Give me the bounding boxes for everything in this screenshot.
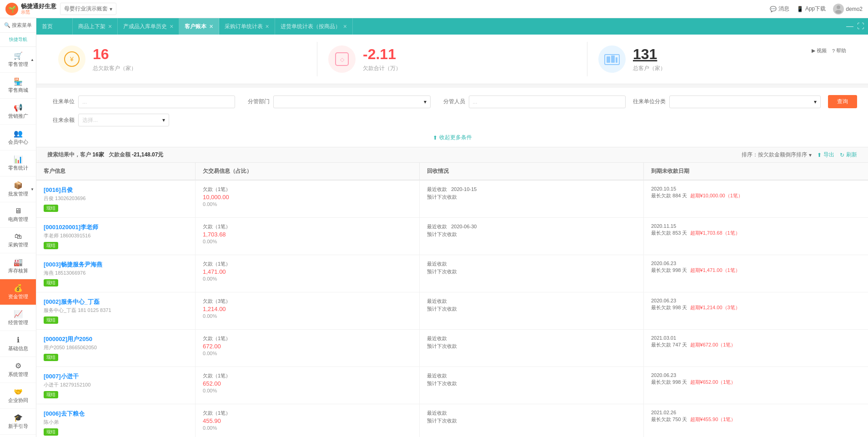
overdue-link-2[interactable]: 超期¥1,703.68（1笔） xyxy=(690,230,740,236)
customer-badge-3: 现结 xyxy=(44,279,58,286)
sort-select[interactable]: 排序：按欠款金额倒序排序 ▾ xyxy=(742,151,812,159)
stat-overdue-customers: ¥ 16 总欠款客户（家） xyxy=(47,42,317,76)
manager-dots: ... xyxy=(473,99,477,105)
source-unit-input[interactable]: ... xyxy=(78,95,235,108)
tab-purchase-order[interactable]: 采购订单统计表 × xyxy=(219,18,275,35)
refresh-icon: ↻ xyxy=(840,152,844,158)
tab-purchase-stat[interactable]: 进货单统计表（按商品） × xyxy=(275,18,353,35)
overdue-link-1[interactable]: 超期¥10,000.00（1笔） xyxy=(690,193,743,198)
tab-product-status[interactable]: 商品上下架 × xyxy=(73,18,118,35)
stat-card-actions: ▶ 视频 ? 帮助 xyxy=(812,45,846,54)
td-customer-3: [0003]畅捷服务尹海燕 海燕 18513066976 现结 xyxy=(36,255,196,292)
customer-name-2[interactable]: [0001020001]李老师 xyxy=(44,223,188,231)
message-btn[interactable]: 💬 消息 xyxy=(770,5,789,13)
overdue-amount-label: 欠款合计（万） xyxy=(363,65,576,72)
svg-text:¥: ¥ xyxy=(70,55,74,63)
sidebar-item-members[interactable]: 👥 会员中心 xyxy=(0,125,36,151)
search-menu[interactable]: 🔍 搜索菜单 xyxy=(0,18,36,33)
sidebar-item-retail-stats[interactable]: 📊 零售统计 xyxy=(0,151,36,176)
tab-customer-account[interactable]: 客户账本 × xyxy=(179,18,219,35)
filter-source-unit: 往来单位 ... xyxy=(47,95,235,108)
td-customer-1: [0016]吕俊 吕俊 13026203696 现结 xyxy=(36,181,196,217)
tab-close-purchase-order[interactable]: × xyxy=(266,23,269,30)
mall-icon: 🏪 xyxy=(2,77,34,86)
logo-icon: 🌱 xyxy=(5,3,18,15)
search-icon: 🔍 xyxy=(4,22,10,28)
overdue-link-5[interactable]: 超期¥672.00（1笔） xyxy=(690,342,736,347)
sidebar-item-app-center[interactable]: 📱 应用中心 xyxy=(0,435,36,437)
customer-contact-5: 用户2050 18665062050 xyxy=(44,344,188,351)
collapse-btn[interactable]: ⬆ 收起更多条件 xyxy=(47,132,857,143)
sidebar-item-marketing[interactable]: 📢 营销推广 xyxy=(0,99,36,125)
tab-close-product-history[interactable]: × xyxy=(170,23,173,30)
customer-name-6[interactable]: [0007]小迸干 xyxy=(44,372,188,381)
customer-name-4[interactable]: [0002]服务中心_丁磊 xyxy=(44,298,188,306)
business-icon: 📈 xyxy=(2,310,34,318)
overdue-link-3[interactable]: 超期¥1,471.00（1笔） xyxy=(690,267,740,273)
stat-icon-total xyxy=(598,45,626,73)
purchase-icon: 🛍 xyxy=(2,232,34,241)
table-row: [0007]小迸干 小迸干 18279152100 现结 欠款（1笔） 652.… xyxy=(36,367,868,404)
sidebar-item-ecommerce[interactable]: 🖥 电商管理 xyxy=(0,202,36,228)
sidebar-item-business[interactable]: 📈 经营管理 xyxy=(0,305,36,331)
customer-name-1[interactable]: [0016]吕俊 xyxy=(44,186,188,194)
tab-close-purchase-stat[interactable]: × xyxy=(343,23,347,30)
sidebar-nav: 🛒 零售管理 ▲ 🏪 零售商城 📢 营销推广 👥 会员中心 📊 零售统计 xyxy=(0,47,36,437)
logo-subtext: 示范 xyxy=(21,10,56,15)
dept-select[interactable]: ▾ xyxy=(273,95,430,108)
newbie-icon: 🎓 xyxy=(2,413,34,422)
unit-type-select[interactable]: ▾ xyxy=(669,95,821,108)
tab-home[interactable]: 首页 xyxy=(36,18,73,35)
stat-total-customers: 131 总客户（家） ▶ 视频 ? 帮助 xyxy=(587,42,857,76)
td-customer-5: [000002]用户2050 用户2050 18665062050 现结 xyxy=(36,330,196,367)
collapse-icon: ⬆ xyxy=(433,135,437,141)
tab-bar-actions: — ⛶ xyxy=(843,18,868,35)
refresh-btn[interactable]: ↻ 刷新 xyxy=(840,151,857,159)
stat-info-total: 131 总客户（家） xyxy=(633,46,804,72)
stat-info-amount: -2.11 欠款合计（万） xyxy=(363,46,576,72)
quick-nav[interactable]: 快捷导航 xyxy=(0,33,36,47)
sidebar-item-warehouse[interactable]: 🏭 库存核算 xyxy=(0,253,36,279)
sidebar-item-finance[interactable]: 💰 资金管理 xyxy=(0,279,36,305)
overdue-link-7[interactable]: 超期¥455.90（1笔） xyxy=(690,417,736,422)
unit-type-label: 往来单位分类 xyxy=(633,98,666,105)
customer-name-3[interactable]: [0003]畅捷服务尹海燕 xyxy=(44,261,188,269)
main-layout: 🔍 搜索菜单 快捷导航 🛒 零售管理 ▲ 🏪 零售商城 📢 营销推广 👥 会员中… xyxy=(0,18,868,437)
sidebar-item-basic-info[interactable]: ℹ 基础信息 xyxy=(0,331,36,357)
chevron-down-unit: ▾ xyxy=(814,99,817,105)
filter-row-2: 往来余额 选择... ▾ xyxy=(47,114,857,126)
sidebar-item-newbie[interactable]: 🎓 新手引导 xyxy=(0,409,36,435)
overdue-link-6[interactable]: 超期¥652.00（1笔） xyxy=(690,379,736,385)
tab-minimize-icon[interactable]: — xyxy=(846,22,853,30)
help-btn[interactable]: ? 帮助 xyxy=(832,47,846,54)
source-unit-label: 往来单位 xyxy=(47,98,75,105)
user-avatar[interactable]: demo2 xyxy=(833,4,863,15)
app-download-btn[interactable]: 📱 App下载 xyxy=(797,5,826,13)
video-btn[interactable]: ▶ 视频 xyxy=(812,47,827,54)
sidebar-item-system[interactable]: ⚙ 系统管理 xyxy=(0,357,36,383)
sidebar-item-batch-mgmt[interactable]: 📦 批发管理 ▼ xyxy=(0,176,36,202)
overdue-link-4[interactable]: 超期¥1,214.00（3笔） xyxy=(690,305,740,310)
sidebar-item-purchase[interactable]: 🛍 采购管理 xyxy=(0,228,36,253)
avatar xyxy=(833,4,844,15)
members-icon: 👥 xyxy=(2,129,34,138)
customer-name-5[interactable]: [000002]用户2050 xyxy=(44,335,188,343)
tab-close-product-status[interactable]: × xyxy=(108,23,112,30)
balance-label: 往来余额 xyxy=(47,116,75,124)
table-row: [0016]吕俊 吕俊 13026203696 现结 欠款（1笔） 10,000… xyxy=(36,181,868,218)
customer-name-7[interactable]: [0006]去下粮仓 xyxy=(44,410,188,418)
store-selector[interactable]: 母婴行业演示账套 ▾ xyxy=(60,3,116,15)
search-button[interactable]: 查询 xyxy=(828,95,857,108)
sidebar-item-retail-mall[interactable]: 🏪 零售商城 xyxy=(0,73,36,99)
balance-select[interactable]: 选择... ▾ xyxy=(78,114,169,126)
sidebar-item-retail-mgmt[interactable]: 🛒 零售管理 ▲ xyxy=(0,47,36,73)
sidebar: 🔍 搜索菜单 快捷导航 🛒 零售管理 ▲ 🏪 零售商城 📢 营销推广 👥 会员中… xyxy=(0,18,36,437)
sidebar-item-enterprise[interactable]: 🤝 企业协同 xyxy=(0,383,36,409)
export-btn[interactable]: ⬆ 导出 xyxy=(817,151,834,159)
total-customers-label: 总客户（家） xyxy=(633,65,804,72)
tab-product-history[interactable]: 产成品入库单历史 × xyxy=(118,18,179,35)
stat-icon-overdue: ¥ xyxy=(58,45,85,73)
tab-close-customer-account[interactable]: × xyxy=(209,23,213,30)
tab-fullscreen-icon[interactable]: ⛶ xyxy=(857,22,864,30)
manager-input[interactable]: ... xyxy=(469,95,626,108)
